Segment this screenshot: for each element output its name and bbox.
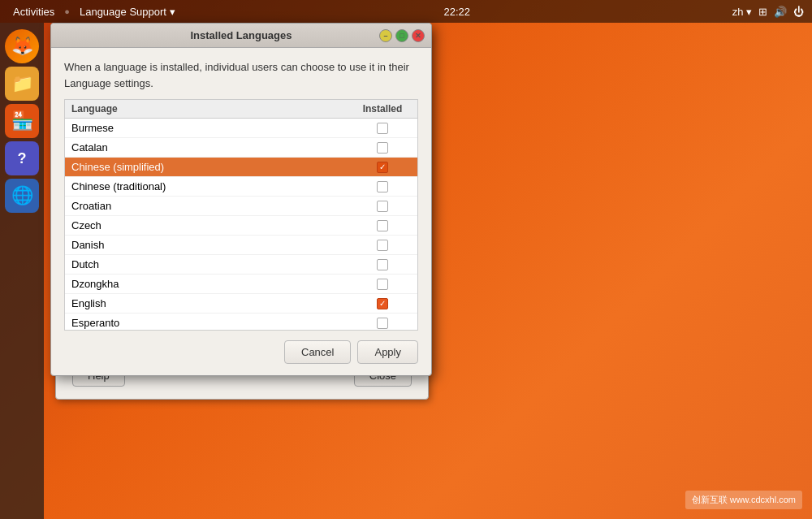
locale-arrow: ▾ (746, 6, 752, 18)
col-language-header: Language (71, 103, 354, 115)
sidebar-item-firefox[interactable]: 🦊 (5, 29, 39, 63)
lang-row-name: Dzongkha (71, 278, 354, 290)
lang-row-checkbox-cell: ✓ (354, 298, 411, 309)
topbar-appname-arrow: ▾ (170, 6, 175, 18)
browser-icon: 🌐 (11, 187, 33, 205)
checkbox[interactable] (377, 181, 388, 192)
lang-row-checkbox-cell (354, 123, 411, 134)
files-icon: 📁 (11, 75, 33, 93)
installed-languages-dialog: Installed Languages – □ ✕ When a languag… (50, 23, 432, 376)
dialog-title: Installed Languages (191, 29, 292, 41)
network-icon[interactable]: ⊞ (758, 6, 767, 18)
sidebar-item-help[interactable]: ? (5, 141, 39, 175)
checkbox[interactable] (377, 259, 388, 270)
table-row[interactable]: Croatian (65, 197, 417, 216)
volume-icon[interactable]: 🔊 (774, 6, 787, 18)
language-table: Language Installed BurmeseCatalanChinese… (64, 99, 418, 331)
topbar-appname-label: Language Support (80, 6, 166, 18)
lang-row-name: Czech (71, 219, 354, 231)
checkbox[interactable] (377, 220, 388, 231)
lang-row-checkbox-cell (354, 181, 411, 192)
dialog-maximize-button[interactable]: □ (395, 29, 408, 42)
lang-row-name: Chinese (simplified) (71, 161, 354, 173)
lang-row-checkbox-cell (354, 318, 411, 329)
table-row[interactable]: Czech (65, 216, 417, 236)
checkbox[interactable] (377, 279, 388, 290)
checkbox[interactable] (377, 201, 388, 212)
sidebar-item-files[interactable]: 📁 (5, 67, 39, 101)
watermark: 创新互联 www.cdcxhl.com (685, 491, 802, 509)
table-row[interactable]: Burmese (65, 119, 417, 138)
store-icon: 🏪 (11, 112, 33, 130)
cancel-button[interactable]: Cancel (284, 340, 351, 364)
lang-row-name: English (71, 297, 354, 309)
sidebar-item-store[interactable]: 🏪 (5, 104, 39, 138)
topbar-right: zh ▾ ⊞ 🔊 ⏻ (732, 6, 812, 18)
locale-indicator[interactable]: zh ▾ (732, 6, 752, 18)
lang-row-name: Chinese (traditional) (71, 180, 354, 192)
power-icon[interactable]: ⏻ (793, 6, 804, 18)
topbar-divider: ● (64, 6, 70, 16)
topbar-left: Activities ● Language Support ▾ (0, 6, 182, 18)
lang-row-checkbox-cell: ✓ (354, 162, 411, 173)
lang-row-name: Esperanto (71, 317, 354, 329)
lang-row-checkbox-cell (354, 259, 411, 270)
lang-row-name: Croatian (71, 200, 354, 212)
table-row[interactable]: Dzongkha (65, 275, 417, 294)
sidebar-dock: 🦊 📁 🏪 ? 🌐 (0, 23, 44, 519)
table-row[interactable]: Danish (65, 236, 417, 255)
table-row[interactable]: Dutch (65, 255, 417, 275)
lang-row-name: Catalan (71, 141, 354, 154)
topbar-appname[interactable]: Language Support ▾ (73, 6, 182, 18)
dialog-description: When a language is installed, individual… (51, 48, 431, 99)
dialog-titlebar: Installed Languages – □ ✕ (51, 24, 431, 48)
help-icon: ? (18, 151, 27, 166)
table-row[interactable]: English✓ (65, 294, 417, 314)
lang-row-checkbox-cell (354, 201, 411, 212)
checkbox[interactable] (377, 240, 388, 251)
table-row[interactable]: Chinese (simplified)✓ (65, 158, 417, 177)
language-table-header: Language Installed (65, 100, 417, 119)
dialog-close-button[interactable]: ✕ (412, 29, 425, 42)
lang-row-checkbox-cell (354, 279, 411, 290)
sidebar-item-browser[interactable]: 🌐 (5, 179, 39, 213)
language-table-body: BurmeseCatalanChinese (simplified)✓Chine… (65, 119, 417, 330)
checkbox[interactable] (377, 123, 388, 134)
lang-row-checkbox-cell (354, 142, 411, 154)
table-row[interactable]: Chinese (traditional) (65, 177, 417, 197)
checkbox[interactable]: ✓ (377, 162, 388, 173)
col-installed-header: Installed (354, 103, 411, 115)
apply-button[interactable]: Apply (357, 340, 418, 364)
locale-label: zh (732, 6, 744, 18)
lang-row-checkbox-cell (354, 240, 411, 251)
topbar: Activities ● Language Support ▾ 22:22 zh… (0, 0, 812, 23)
dialog-footer: Cancel Apply (51, 331, 431, 375)
dialog-window-buttons: – □ ✕ (379, 29, 425, 42)
table-row[interactable]: Catalan (65, 138, 417, 158)
checkbox[interactable]: ✓ (377, 298, 388, 309)
lang-row-name: Dutch (71, 258, 354, 270)
dialog-minimize-button[interactable]: – (379, 29, 392, 42)
lang-row-name: Burmese (71, 122, 354, 134)
checkbox[interactable] (377, 142, 388, 154)
firefox-icon: 🦊 (11, 37, 33, 55)
topbar-time: 22:22 (444, 6, 471, 18)
topbar-clock: 22:22 (182, 6, 732, 18)
lang-row-name: Danish (71, 239, 354, 251)
table-row[interactable]: Esperanto (65, 314, 417, 330)
lang-row-checkbox-cell (354, 220, 411, 231)
checkbox[interactable] (377, 318, 388, 329)
activities-button[interactable]: Activities (6, 6, 61, 18)
